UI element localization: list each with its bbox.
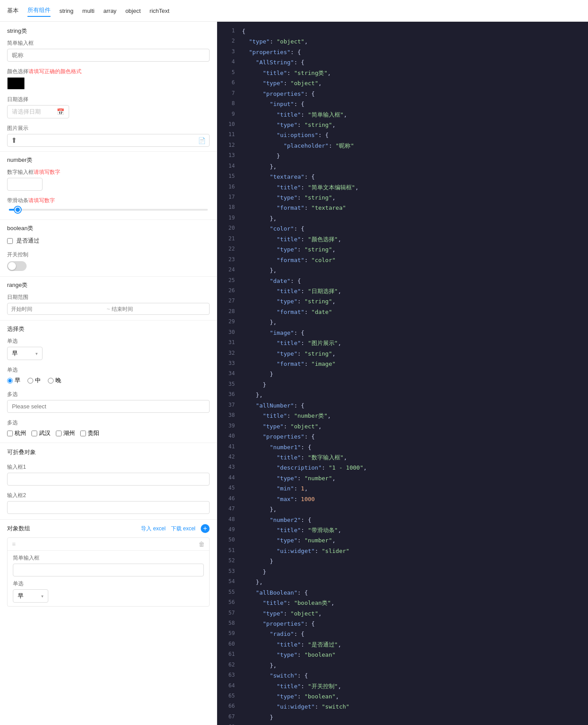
single-select-dropdown[interactable]: 早 ▾	[7, 347, 43, 360]
json-line-35: 35 }	[217, 380, 588, 390]
left-panel: string类 简单输入框 颜色选择请填写正确的颜色格式 日期选择 请选择日期 …	[0, 22, 217, 725]
input2-field[interactable]	[7, 501, 210, 514]
select-arrow-icon: ▾	[35, 351, 38, 356]
json-line-32: 32 "type": "string",	[217, 349, 588, 359]
toggle-switch[interactable]	[7, 261, 27, 271]
json-line-18: 18 "format": "textarea"	[217, 203, 588, 213]
json-line-57: 57 "type": "object",	[217, 608, 588, 619]
date-range-start[interactable]	[11, 306, 105, 312]
json-line-48: 48 "number2": {	[217, 515, 588, 525]
json-line-39: 39 "type": "object",	[217, 421, 588, 431]
upload-icon: ⬆	[11, 136, 17, 145]
json-line-64: 64 "title": "开关控制",	[217, 681, 588, 691]
number-input[interactable]	[7, 178, 43, 191]
multi-select-input[interactable]	[7, 400, 210, 413]
json-line-20: 20 "color": {	[217, 223, 588, 234]
image-group: 图片展示 ⬆ 📄	[0, 123, 217, 151]
json-line-15: 15 "textarea": {	[217, 172, 588, 182]
json-line-9: 9 "title": "简单输入框",	[217, 110, 588, 120]
checkbox-wuhan[interactable]: 武汉	[31, 429, 51, 437]
toggle-knob	[8, 262, 16, 270]
json-line-31: 31 "title": "图片展示",	[217, 338, 588, 348]
json-line-23: 23 "format": "color"	[217, 255, 588, 265]
export-excel-btn[interactable]: 导入 excel	[141, 525, 165, 533]
checkbox-guiyang[interactable]: 贵阳	[80, 429, 99, 437]
date-range-input[interactable]: ~	[7, 303, 210, 315]
json-line-11: 11 "ui:options": {	[217, 130, 588, 140]
json-line-7: 7 "properties": {	[217, 89, 588, 99]
input1-field[interactable]	[7, 473, 210, 486]
date-input-wrapper[interactable]: 请选择日期 📅	[7, 105, 69, 118]
range-section-header: range类	[0, 276, 217, 292]
radio-option-morning[interactable]: 早	[7, 376, 20, 384]
simple-input[interactable]	[7, 49, 210, 62]
json-line-19: 19 },	[217, 213, 588, 223]
array-item-drag-icon[interactable]: ≡	[12, 541, 16, 548]
json-line-55: 55 "allBoolean": {	[217, 588, 588, 598]
json-line-45: 45 "min": 1,	[217, 483, 588, 494]
number-section-header: number类	[0, 151, 217, 167]
input2-label: 输入框2	[7, 492, 210, 499]
date-range-end[interactable]	[112, 306, 206, 312]
json-line-41: 41 "number1": {	[217, 442, 588, 452]
slider-label: 带滑动条请填写数字	[7, 197, 210, 204]
collapsible-header[interactable]: 可折叠对象	[0, 443, 217, 462]
array-inner-select[interactable]: 早 ▾	[13, 589, 48, 603]
toggle-group: 开关控制	[0, 249, 217, 276]
image-upload-area[interactable]: ⬆ 📄	[7, 134, 210, 147]
input1-label: 输入框1	[7, 463, 210, 471]
slider-thumb[interactable]	[15, 207, 21, 213]
radio-options: 早 中 晚	[7, 376, 210, 384]
json-line-49: 49 "title": "带滑动条",	[217, 525, 588, 535]
checkbox-hangzhou[interactable]: 杭州	[7, 429, 26, 437]
json-line-43: 43 "description": "1 - 1000",	[217, 462, 588, 473]
slider-track[interactable]	[9, 209, 208, 211]
nav-item-richtext[interactable]: richText	[150, 6, 170, 16]
radio-option-noon[interactable]: 中	[27, 376, 41, 384]
json-line-56: 56 "title": "boolean类",	[217, 598, 588, 608]
date-range-label: 日期范围	[7, 294, 210, 301]
array-inner-input-label: 简单输入框	[13, 554, 204, 562]
toggle-label: 开关控制	[7, 251, 210, 259]
json-line-36: 36 },	[217, 390, 588, 400]
json-line-37: 37 "allNumber": {	[217, 400, 588, 411]
nav-item-string[interactable]: string	[59, 6, 74, 16]
input2-group: 输入框2	[0, 490, 217, 519]
json-line-29: 29 },	[217, 317, 588, 327]
array-add-btn[interactable]: +	[201, 524, 210, 533]
json-line-63: 63 "switch": {	[217, 670, 588, 681]
download-excel-btn[interactable]: 下载 excel	[171, 525, 195, 533]
color-label: 颜色选择请填写正确的颜色格式	[7, 68, 210, 75]
json-line-68: 68 }	[217, 722, 588, 725]
json-line-50: 50 "type": "number",	[217, 535, 588, 545]
json-line-17: 17 "type": "string",	[217, 192, 588, 203]
json-line-8: 8 "input": {	[217, 99, 588, 109]
json-line-3: 3 "properties": {	[217, 47, 588, 57]
json-line-28: 28 "format": "date"	[217, 307, 588, 317]
nav-item-all-components[interactable]: 所有组件	[27, 4, 51, 17]
json-line-42: 42 "title": "数字输入框",	[217, 452, 588, 462]
date-range-group: 日期范围 ~	[0, 292, 217, 320]
multi-checkbox-group: 多选 杭州 武汉 湖州 贵阳	[0, 417, 217, 443]
checkbox-label: 是否通过	[16, 237, 39, 245]
json-line-40: 40 "properties": {	[217, 431, 588, 442]
nav-item-basic[interactable]: 基本	[7, 5, 19, 16]
image-label: 图片展示	[7, 125, 210, 132]
array-item-delete-icon[interactable]: 🗑	[199, 541, 205, 548]
color-preview[interactable]	[7, 77, 25, 90]
json-line-44: 44 "type": "number",	[217, 473, 588, 483]
nav-item-array[interactable]: array	[103, 6, 117, 16]
nav-item-multi[interactable]: multi	[82, 6, 94, 16]
json-line-54: 54 },	[217, 577, 588, 587]
multi-checkbox-label: 多选	[7, 419, 210, 427]
checkbox-huzhou[interactable]: 湖州	[56, 429, 75, 437]
json-line-60: 60 "title": "是否通过",	[217, 639, 588, 650]
slider-group: 带滑动条请填写数字	[0, 195, 217, 219]
radio-option-evening[interactable]: 晚	[48, 376, 61, 384]
array-inner-select-label: 单选	[13, 580, 204, 588]
array-inner-input[interactable]	[13, 564, 204, 576]
json-line-16: 16 "title": "简单文本编辑框",	[217, 182, 588, 192]
boolean-checkbox[interactable]	[7, 238, 13, 244]
multi-select-label: 多选	[7, 391, 210, 398]
nav-item-object[interactable]: object	[125, 6, 141, 16]
